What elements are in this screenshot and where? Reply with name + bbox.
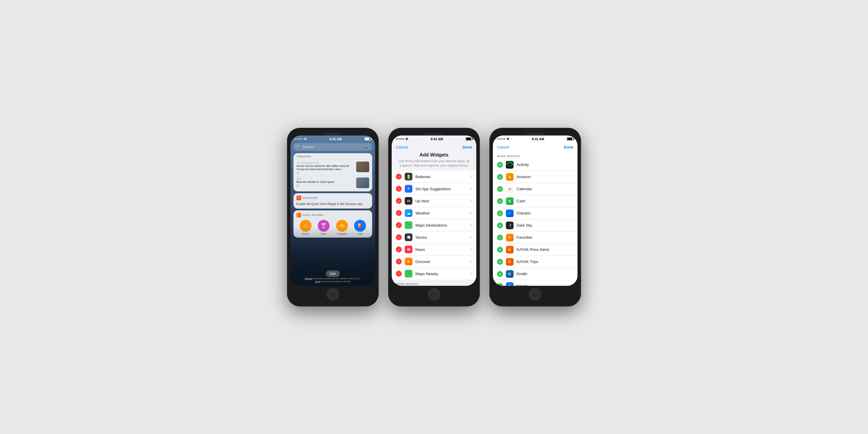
- news-name: News: [415, 247, 467, 252]
- discover-body: Enable the Quick View Widget in the Disc…: [297, 202, 369, 206]
- remove-stocks[interactable]: −: [396, 234, 402, 240]
- p3-add-activity[interactable]: +: [497, 162, 503, 168]
- news-widget: TRENDING The Washington Post Secret Serv…: [293, 153, 372, 191]
- p3-amazon-name: Amazon: [517, 175, 574, 179]
- p3-add-cash[interactable]: +: [497, 198, 503, 204]
- battery-fill-3: [567, 138, 572, 140]
- home-button-1[interactable]: [327, 288, 339, 301]
- remove-discover[interactable]: −: [396, 258, 402, 265]
- drag-batteries[interactable]: ≡: [470, 174, 472, 179]
- siri-name: Siri App Suggestions: [415, 187, 467, 191]
- maps-dinner[interactable]: 🍴 Dinner: [300, 220, 312, 235]
- phone-2: ●●●●● ⌘ 9:41 AM Cancel Done Add Widgets …: [388, 128, 480, 307]
- widget-discover: − ◎ Discover ≡: [392, 256, 476, 268]
- batteries-name: Batteries: [415, 175, 467, 179]
- wifi-icon-3: ⌘: [506, 137, 509, 141]
- p3-add-favorites[interactable]: +: [497, 235, 503, 241]
- drag-mapsdest[interactable]: ≡: [470, 223, 472, 227]
- weather-name: Weather: [415, 211, 467, 215]
- drag-mapsnearby[interactable]: ≡: [470, 271, 472, 276]
- home-button-ring-3: [531, 290, 539, 299]
- drag-discover[interactable]: ≡: [470, 259, 472, 264]
- phone-2-top: [392, 131, 476, 135]
- mapsdest-name: Maps Destinations: [415, 223, 467, 227]
- wifi-icon: ⌘: [304, 137, 307, 141]
- dinner-label: Dinner: [302, 232, 309, 235]
- more-widgets-label-3: MORE WIDGETS: [493, 152, 578, 159]
- p3-activity-name: Activity: [517, 162, 574, 167]
- signal-area-3: ●●●●● ⌘: [497, 137, 509, 141]
- remove-upnext[interactable]: −: [396, 198, 402, 204]
- p3-add-darksky[interactable]: +: [497, 222, 503, 228]
- phone-3: ●●●●● ⌘ 9:41 AM Cancel Done MORE WIDGETS: [489, 128, 581, 307]
- p3-calendar-name: Calendar: [517, 187, 574, 191]
- remove-siri[interactable]: −: [396, 186, 402, 192]
- remove-mapsdest[interactable]: −: [396, 222, 402, 228]
- drag-stocks[interactable]: ≡: [470, 235, 472, 240]
- cancel-button-3[interactable]: Cancel: [497, 145, 509, 149]
- p3-activity-icon: [506, 161, 514, 168]
- p3-add-kayakprice[interactable]: +: [497, 247, 503, 253]
- stocks-name: Stocks: [415, 235, 467, 240]
- p3-add-calendar[interactable]: +: [497, 186, 503, 192]
- p3-add-kindle[interactable]: +: [497, 271, 503, 277]
- remove-news[interactable]: −: [396, 246, 402, 252]
- done-button-3[interactable]: Done: [564, 145, 574, 149]
- p3-add-kinedu[interactable]: +: [497, 283, 503, 286]
- cancel-button-2[interactable]: Cancel: [396, 145, 408, 149]
- discover-icon: ◎: [405, 258, 412, 266]
- p3-kinedu-icon: K: [506, 282, 514, 286]
- widget-upnext: − 22 Up Next ≡: [392, 195, 476, 207]
- search-placeholder: Search: [302, 145, 363, 149]
- maps-nearby-header: 📍 MAPS NEARBY: [297, 213, 369, 217]
- drag-news[interactable]: ≡: [470, 247, 472, 252]
- maps-nearby-title: MAPS NEARBY: [303, 214, 324, 217]
- news-source-2: CNN: [297, 178, 354, 180]
- maps-gas[interactable]: ⛽ Gas: [354, 220, 366, 235]
- news-time-2: 3h: [297, 184, 354, 187]
- p3-checkin-icon: ✓: [506, 210, 514, 217]
- maps-shopping[interactable]: 🛍 Shopping: [336, 220, 348, 235]
- drag-upnext[interactable]: ≡: [470, 198, 472, 203]
- discover-app-icon: ◎: [297, 195, 301, 200]
- batteries-icon: 🔋: [405, 173, 412, 181]
- p3-add-checkin[interactable]: +: [497, 210, 503, 216]
- status-bar-3: ●●●●● ⌘ 9:41 AM: [493, 135, 578, 142]
- widgets-header-2: Cancel Done: [392, 142, 476, 152]
- dinner-icon: 🍴: [300, 220, 312, 231]
- add-widgets-view-3: ●●●●● ⌘ 9:41 AM Cancel Done MORE WIDGETS: [493, 135, 578, 286]
- remove-weather[interactable]: −: [396, 210, 402, 216]
- news-time-1: 2h: [297, 172, 354, 174]
- weather-link: Weather: [305, 278, 312, 280]
- status-time-3: 9:41 AM: [532, 137, 544, 141]
- remove-batteries[interactable]: −: [396, 174, 402, 180]
- today-view: ●●●●● ⌘ 9:41 AM 🔍 Search 🎤: [290, 135, 375, 286]
- remove-mapsnearby[interactable]: −: [396, 271, 402, 277]
- speaker-2: [425, 133, 443, 135]
- battery-icon: [365, 137, 371, 141]
- home-button-3[interactable]: [529, 288, 541, 301]
- battery-2: [466, 137, 472, 141]
- mic-icon: 🎤: [365, 145, 369, 149]
- maps-bars[interactable]: 🍸 Bars: [318, 220, 330, 235]
- signal-area-2: ●●●●● ⌘: [396, 137, 408, 141]
- upnext-name: Up Next: [415, 199, 467, 203]
- maps-nearby-card: 📍 MAPS NEARBY 🍴 Dinner 🍸 Bars: [293, 210, 372, 238]
- trending-label: TRENDING: [297, 155, 369, 158]
- stock-link: Stock: [315, 280, 320, 282]
- p3-add-kayaktrips[interactable]: +: [497, 259, 503, 265]
- phone-3-top: [493, 131, 578, 135]
- signal-dots: ●●●●●: [294, 137, 303, 140]
- p3-add-amazon[interactable]: +: [497, 174, 503, 180]
- edit-button[interactable]: Edit: [326, 270, 340, 277]
- search-bar[interactable]: 🔍 Search 🎤: [293, 143, 372, 151]
- weather-footer: Weather information provided by The Weat…: [290, 277, 375, 283]
- home-button-2[interactable]: [428, 288, 440, 301]
- phone-2-inner: ●●●●● ⌘ 9:41 AM Cancel Done Add Widgets …: [392, 135, 476, 286]
- p3-cash: + $ Cash: [493, 195, 578, 207]
- bars-icon: 🍸: [318, 220, 330, 231]
- drag-siri[interactable]: ≡: [470, 186, 472, 191]
- drag-weather[interactable]: ≡: [470, 211, 472, 215]
- done-button-2[interactable]: Done: [463, 145, 472, 149]
- p3-favorites-name: Favorites: [517, 235, 574, 240]
